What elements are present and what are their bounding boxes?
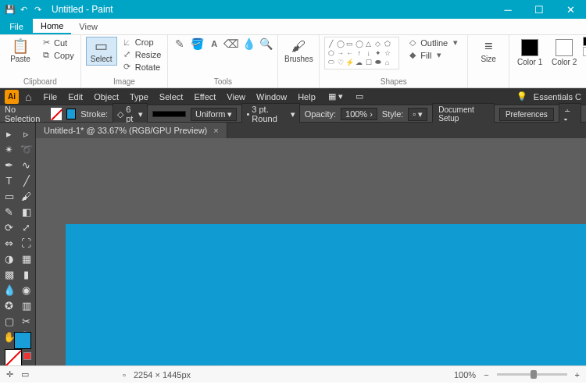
ai-tab-close-icon[interactable]: × [213,126,218,135]
ai-style-label: Style: [382,109,404,119]
zoom-out-button[interactable]: − [484,370,488,380]
maximize-button[interactable]: ☐ [523,0,555,19]
palette-swatch[interactable] [583,37,586,46]
ai-artboard-tool[interactable]: ▢ [1,313,18,329]
ai-rect-tool[interactable]: ▭ [1,188,18,204]
ai-symbol-tool[interactable]: ✪ [1,298,18,313]
ai-canvas[interactable]: Surface [36,138,586,365]
ai-workspace[interactable]: Essentials C [534,92,581,102]
ai-arrange-icon[interactable]: ▦ ▾ [323,91,348,102]
ai-menu-help[interactable]: Help [292,92,321,102]
canvas-content-illustrator: Ai ⌂ FileEditObjectTypeSelectEffectViewW… [0,88,586,365]
ai-brush[interactable]: •3 pt. Round▾ [241,103,299,125]
size-button[interactable]: ≡ Size [473,37,504,66]
color1-button[interactable]: Color 1 [514,37,545,69]
ai-menu-object[interactable]: Object [88,92,124,102]
resize-button[interactable]: ⤢Resize [120,48,163,60]
ai-home-icon[interactable]: ⌂ [25,91,31,103]
zoom-slider[interactable] [497,373,567,376]
ai-search-icon[interactable]: 💡 [516,91,527,102]
rotate-button[interactable]: ⟳Rotate [120,61,163,73]
ai-rotate-tool[interactable]: ⟳ [1,219,18,235]
pencil-tool[interactable]: ✎ [173,37,187,51]
ai-eraser-tool[interactable]: ◧ [18,204,35,219]
ai-menu-edit[interactable]: Edit [63,92,88,102]
close-button[interactable]: ✕ [555,0,586,19]
ai-curvature-tool[interactable]: ∿ [18,157,35,173]
ai-direct-select-tool[interactable]: ▹ [18,126,35,141]
window-title: Untitled - Paint [52,4,113,15]
minimize-button[interactable]: ─ [492,0,523,19]
shapes-gallery[interactable]: ╱◯▭◯△◇⬠ ⬡→←↑↓✦☆ ⬭♡⚡☁☐⬬⌂ [324,37,399,69]
ai-gradient-tool[interactable]: ▮ [18,266,35,282]
ai-slice-tool[interactable]: ✂ [18,313,35,329]
ai-lasso-tool[interactable]: ➰ [18,141,35,157]
home-tab[interactable]: Home [33,19,71,34]
ai-brush-tool[interactable]: 🖌 [18,188,35,204]
ai-blend-tool[interactable]: ◉ [18,282,35,298]
ai-perspective-tool[interactable]: ▦ [18,251,35,266]
magnifier-tool[interactable]: 🔍 [259,37,273,51]
zoom-in-button[interactable]: + [575,370,580,380]
color2-button[interactable]: Color 2 [548,37,580,69]
outline-icon: ◇ [407,37,418,48]
resize-icon: ⤢ [122,49,133,59]
ai-scale-tool[interactable]: ⤢ [18,219,35,235]
shape-outline[interactable]: ◇Outline▾ [406,37,463,48]
ai-graph-tool[interactable]: ▥ [18,298,35,313]
ai-gpu-icon[interactable]: ▭ [350,91,369,102]
ai-document-setup[interactable]: Document Setup [432,103,495,125]
palette-swatch[interactable] [583,47,586,56]
ai-opacity[interactable]: 100%› [341,108,377,120]
ai-wand-tool[interactable]: ✴ [1,141,18,157]
shape-fill[interactable]: ◆Fill▾ [406,49,463,61]
ai-menu-select[interactable]: Select [154,92,189,102]
ai-shape-builder-tool[interactable]: ◑ [1,251,18,266]
ai-pen-tool[interactable]: ✒ [1,157,18,173]
ai-fill-swatch[interactable] [51,108,62,120]
ai-style[interactable]: ▫▾ [408,108,427,121]
undo-icon[interactable]: ↶ [19,5,28,15]
cursor-pos-icon: ✛ [6,369,13,380]
ai-selection-tool[interactable]: ▸ [1,126,18,141]
ai-profile[interactable]: Uniform▾ [191,108,238,121]
ai-type-tool[interactable]: T [1,173,18,188]
ai-line-tool[interactable]: ╱ [18,173,35,188]
fill-tool[interactable]: 🪣 [190,37,204,51]
ai-align[interactable]: ⫠ ▾ [559,103,581,125]
view-tab[interactable]: View [71,19,105,34]
ai-shaper-tool[interactable]: ✎ [1,204,18,219]
group-image: ▭ Select ⟀Crop ⤢Resize ⟳Rotate Image [81,35,169,87]
brushes-button[interactable]: 🖌 Brushes [283,37,314,66]
ai-eyedropper-tool[interactable]: 💧 [1,282,18,298]
eraser-tool[interactable]: ⌫ [224,37,238,51]
picker-tool[interactable]: 💧 [241,37,255,51]
ai-menu-window[interactable]: Window [251,92,292,102]
ai-mesh-tool[interactable]: ▩ [1,266,18,282]
ai-stroke-weight[interactable]: ◇6 pt▾ [113,103,148,125]
ai-width-tool[interactable]: ⇔ [1,235,18,251]
select-button[interactable]: ▭ Select [86,37,117,66]
ai-free-transform-tool[interactable]: ⛶ [18,235,35,251]
crop-button[interactable]: ⟀Crop [120,37,163,48]
file-tab[interactable]: File [0,19,33,34]
quick-access-toolbar: 💾 ↶ ↷ [0,5,47,15]
ribbon: 📋 Paste ✂Cut ⧉Copy Clipboard ▭ Select ⟀C… [0,35,586,88]
ai-doc-tab[interactable]: Untitled-1* @ 33.67% (RGB/GPU Preview) × [36,123,227,138]
ai-menu-effect[interactable]: Effect [188,92,221,102]
save-icon[interactable]: 💾 [5,5,14,15]
paste-button[interactable]: 📋 Paste [5,37,36,66]
ai-menu-file[interactable]: File [38,92,63,102]
ai-menu-view[interactable]: View [221,92,251,102]
copy-button[interactable]: ⧉Copy [39,49,76,61]
ai-selection-status: No Selection [5,105,46,123]
ai-menu-type[interactable]: Type [124,92,154,102]
artboard-text: Surface [88,359,346,365]
text-tool[interactable]: A [207,37,221,51]
rotate-icon: ⟳ [122,62,133,72]
ai-stroke-swatch[interactable] [66,109,76,119]
group-shapes: ╱◯▭◯△◇⬠ ⬡→←↑↓✦☆ ⬭♡⚡☁☐⬬⌂ ◇Outline▾ ◆Fill▾… [320,35,468,87]
cut-button[interactable]: ✂Cut [39,37,76,48]
ai-preferences[interactable]: Preferences [499,108,554,121]
redo-icon[interactable]: ↷ [33,5,42,15]
